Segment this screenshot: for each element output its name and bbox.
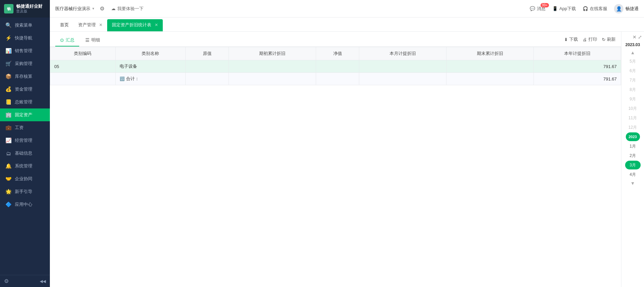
nav-label-guide: 新手引导 bbox=[15, 189, 32, 195]
app-subtitle: 普及版 bbox=[16, 9, 42, 14]
nav-icon-finance: 💰 bbox=[5, 86, 11, 92]
panel-expand-icon[interactable]: ⤢ bbox=[638, 34, 642, 40]
online-service-action[interactable]: 🎧 在线客服 bbox=[583, 6, 607, 12]
col-header-name: 类别名称 bbox=[115, 47, 186, 60]
download-label: 下载 bbox=[569, 36, 578, 42]
topbar-right: 💬 消息 99+ 📱 App下载 🎧 在线客服 👤 畅捷通 bbox=[530, 4, 639, 13]
nav-label-payroll: 工资 bbox=[15, 125, 24, 131]
summary-net-value bbox=[316, 73, 359, 85]
table-wrapper: 类别编码 类别名称 原值 期初累计折旧 净值 本月计提折旧 期末累计折旧 本年计… bbox=[50, 47, 621, 287]
panel-nav-down[interactable]: ▼ bbox=[621, 181, 644, 186]
month-12[interactable]: 12月 bbox=[625, 123, 641, 132]
table-row[interactable]: 05 电子设备 791.67 bbox=[50, 60, 621, 73]
nav-label-fixed-assets: 固定资产 bbox=[15, 112, 32, 118]
tab-home-label: 首页 bbox=[60, 22, 69, 28]
month-11[interactable]: 11月 bbox=[625, 114, 641, 122]
tab-depreciation-table[interactable]: 固定资产折旧统计表 ✕ bbox=[107, 19, 163, 31]
download-button[interactable]: ⬇ 下载 bbox=[564, 36, 578, 42]
nav-label-search: 搜索菜单 bbox=[15, 22, 32, 28]
month-1[interactable]: 1月 bbox=[625, 142, 641, 151]
sidebar-item-purchase[interactable]: 🛒采购管理 bbox=[0, 57, 50, 70]
cell-code: 05 bbox=[50, 60, 116, 73]
user-profile[interactable]: 👤 畅捷通 bbox=[614, 4, 639, 13]
col-header-original: 原值 bbox=[186, 47, 229, 60]
col-header-initial-dep: 期初累计折旧 bbox=[229, 47, 316, 60]
year-tag-2023[interactable]: 2023 bbox=[626, 132, 640, 141]
nav-icon-inventory: 📦 bbox=[5, 73, 11, 79]
tab-asset-mgmt-close-icon[interactable]: ✕ bbox=[99, 23, 102, 27]
app-download-action[interactable]: 📱 App下载 bbox=[552, 6, 576, 12]
sidebar-nav: 🔍搜索菜单⚡快捷导航📊销售管理🛒采购管理📦库存核算💰资金管理📒总账管理🏢固定资产… bbox=[0, 18, 50, 275]
nav-label-system: 系统管理 bbox=[15, 163, 32, 169]
panel-header: ✕ ⤢ bbox=[621, 32, 644, 41]
footer-collapse-icon[interactable]: ◀◀ bbox=[40, 279, 46, 284]
topbar: 医疗器械行业演示 ▾ ⚙ ☁ 我要体验一下 💬 消息 99+ 📱 App下载 🎧… bbox=[50, 0, 644, 18]
sub-tab-detail[interactable]: ☰ 明细 bbox=[81, 35, 105, 46]
nav-label-quicknav: 快捷导航 bbox=[15, 35, 32, 41]
panel-close-icon[interactable]: ✕ bbox=[633, 34, 637, 40]
month-2[interactable]: 2月 bbox=[625, 151, 641, 160]
sidebar-item-system[interactable]: 🔔系统管理 bbox=[0, 160, 50, 172]
col-header-net-value: 净值 bbox=[316, 47, 359, 60]
month-6[interactable]: 6月 bbox=[625, 66, 641, 75]
detail-icon: ☰ bbox=[85, 37, 90, 43]
cell-annual-dep: 791.67 bbox=[534, 60, 621, 73]
nav-label-sales: 销售管理 bbox=[15, 48, 32, 54]
tab-home[interactable]: 首页 bbox=[55, 19, 73, 31]
nav-label-appstore: 应用中心 bbox=[15, 201, 32, 208]
sidebar-item-base-info[interactable]: 🗂基础信息 bbox=[0, 147, 50, 160]
month-10[interactable]: 10月 bbox=[625, 104, 641, 113]
summary-icon-cell bbox=[50, 73, 116, 85]
experience-label: 我要体验一下 bbox=[117, 6, 144, 12]
col-header-end-dep: 期末累计折旧 bbox=[447, 47, 534, 60]
nav-icon-fixed-assets: 🏢 bbox=[5, 112, 11, 118]
refresh-button[interactable]: ↻ 刷新 bbox=[602, 36, 616, 42]
print-icon: 🖨 bbox=[583, 37, 587, 42]
sidebar-item-guide[interactable]: 🌟新手引导 bbox=[0, 185, 50, 198]
sidebar-item-sales[interactable]: 📊销售管理 bbox=[0, 44, 50, 57]
print-button[interactable]: 🖨 打印 bbox=[583, 36, 597, 42]
month-8[interactable]: 8月 bbox=[625, 85, 641, 94]
summary-original bbox=[186, 73, 229, 85]
sidebar-item-appstore[interactable]: 🔷应用中心 bbox=[0, 198, 50, 211]
refresh-icon: ↻ bbox=[602, 37, 606, 42]
message-badge: 99+ bbox=[541, 3, 549, 7]
cell-initial-dep bbox=[229, 60, 316, 73]
sidebar-item-ops[interactable]: 📈经营管理 bbox=[0, 134, 50, 147]
main-content: ⊙ 汇总 ☰ 明细 ⬇ 下载 🖨 打印 bbox=[50, 32, 621, 287]
sub-tab-detail-label: 明细 bbox=[91, 37, 100, 43]
cell-net-value bbox=[316, 60, 359, 73]
sidebar-item-inventory[interactable]: 📦库存核算 bbox=[0, 70, 50, 83]
sidebar-item-payroll[interactable]: 💼工资 bbox=[0, 121, 50, 134]
tab-depreciation-close-icon[interactable]: ✕ bbox=[155, 23, 158, 27]
col-header-annual-dep: 本年计提折旧 bbox=[534, 47, 621, 60]
sidebar-item-quicknav[interactable]: ⚡快捷导航 bbox=[0, 32, 50, 44]
footer-settings-icon[interactable]: ⚙ bbox=[4, 278, 9, 284]
message-action[interactable]: 💬 消息 99+ bbox=[530, 6, 546, 12]
month-9[interactable]: 9月 bbox=[625, 95, 641, 103]
sidebar-title-block: 畅捷通好业财 普及版 bbox=[16, 4, 42, 14]
tab-asset-mgmt[interactable]: 资产管理 ✕ bbox=[73, 19, 107, 31]
sidebar-item-search[interactable]: 🔍搜索菜单 bbox=[0, 19, 50, 32]
sub-tab-summary[interactable]: ⊙ 汇总 bbox=[55, 35, 79, 46]
nav-icon-purchase: 🛒 bbox=[5, 61, 11, 67]
summary-row: 🔢合计： 791.67 bbox=[50, 73, 621, 85]
month-4[interactable]: 4月 bbox=[625, 170, 641, 179]
company-selector[interactable]: 医疗器械行业演示 ▾ bbox=[55, 6, 94, 12]
panel-year-header: 2023.03 bbox=[621, 41, 644, 49]
panel-nav-up[interactable]: ▲ bbox=[621, 50, 644, 55]
sidebar-item-collab[interactable]: 🤝企业协同 bbox=[0, 172, 50, 185]
online-service-label: 在线客服 bbox=[590, 6, 607, 12]
month-7[interactable]: 7月 bbox=[625, 76, 641, 85]
nav-icon-system: 🔔 bbox=[5, 163, 11, 169]
sidebar-item-ledger[interactable]: 📒总账管理 bbox=[0, 96, 50, 108]
sidebar-header: 畅 畅捷通好业财 普及版 bbox=[0, 0, 50, 18]
sidebar-item-finance[interactable]: 💰资金管理 bbox=[0, 83, 50, 96]
sidebar-item-fixed-assets[interactable]: 🏢固定资产 bbox=[0, 108, 50, 121]
month-5[interactable]: 5月 bbox=[625, 57, 641, 66]
experience-button[interactable]: ☁ 我要体验一下 bbox=[111, 6, 144, 12]
nav-label-collab: 企业协同 bbox=[15, 176, 32, 182]
topbar-settings-icon[interactable]: ⚙ bbox=[100, 5, 104, 12]
username: 畅捷通 bbox=[625, 6, 639, 12]
month-3[interactable]: 3月 bbox=[625, 161, 641, 169]
